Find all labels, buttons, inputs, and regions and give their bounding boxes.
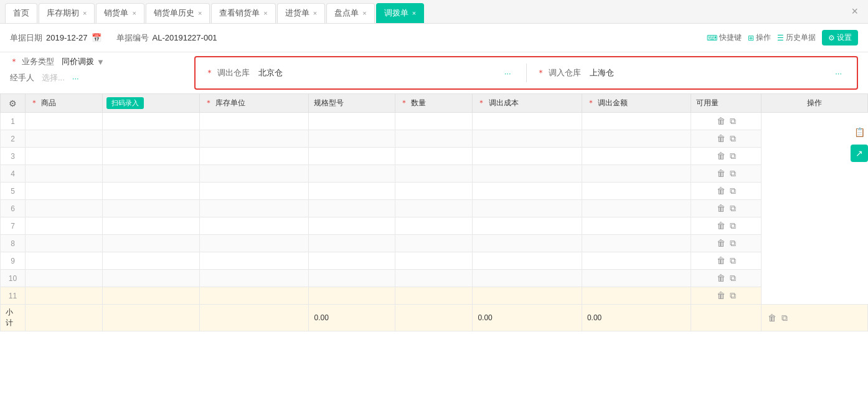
delete-icon-4[interactable]: 🗑: [717, 168, 725, 178]
biz-dropdown-icon: ▼: [97, 57, 105, 67]
tab-close-inventory-init[interactable]: ×: [83, 9, 87, 17]
col-unit-label: 库存单位: [215, 98, 245, 107]
tab-close-purchase-order[interactable]: ×: [313, 9, 317, 17]
handler-label: 经手人: [10, 72, 34, 83]
copy-icon-8[interactable]: ⧉: [730, 238, 736, 248]
history-btn[interactable]: ☰ 历史单据: [777, 32, 816, 43]
copy-icon-3[interactable]: ⧉: [730, 151, 736, 161]
product-cell-11[interactable]: [26, 287, 103, 305]
delete-icon-10[interactable]: 🗑: [717, 273, 725, 283]
sidebar-expand-icon[interactable]: ↗: [851, 145, 868, 162]
delete-icon-3[interactable]: 🗑: [717, 151, 725, 161]
in-warehouse-dots[interactable]: ···: [830, 69, 847, 78]
spec-cell-7: [199, 217, 309, 235]
delete-icon-8[interactable]: 🗑: [717, 238, 725, 248]
qty-cell-7: [309, 217, 395, 235]
history-label: 历史单据: [786, 32, 816, 43]
sidebar-doc-icon[interactable]: 📋: [852, 125, 867, 140]
subtotal-qty: 0.00: [309, 305, 395, 331]
cost-cell-11: [395, 287, 473, 305]
delete-icon-7[interactable]: 🗑: [717, 221, 725, 231]
tab-sales-history[interactable]: 销货单历史 ×: [146, 3, 210, 23]
product-cell-3[interactable]: [26, 148, 103, 165]
shortcuts-btn[interactable]: ⌨ 快捷键: [707, 32, 742, 43]
calendar-icon[interactable]: 📅: [92, 33, 101, 42]
copy-icon-10[interactable]: ⧉: [730, 273, 736, 283]
copy-icon-7[interactable]: ⧉: [730, 221, 736, 231]
unit-cell-11: [103, 287, 200, 305]
tab-inventory-check[interactable]: 盘点单 ×: [326, 3, 374, 23]
handler-dots[interactable]: ···: [72, 74, 79, 83]
tab-home[interactable]: 首页: [5, 3, 37, 23]
qty-cell-4: [309, 165, 395, 183]
product-cell-4[interactable]: [26, 165, 103, 183]
delete-icon-9[interactable]: 🗑: [717, 255, 725, 265]
product-cell-6[interactable]: [26, 200, 103, 217]
product-cell-1[interactable]: [26, 113, 103, 130]
delete-icon-1[interactable]: 🗑: [717, 116, 725, 126]
col-qty-req: ＊: [400, 98, 408, 107]
shortcuts-label: 快捷键: [719, 32, 742, 43]
subtotal-copy-icon[interactable]: ⧉: [781, 313, 788, 323]
table-settings-icon[interactable]: ⚙: [9, 98, 17, 108]
tab-transfer-order[interactable]: 调拨单 ×: [376, 3, 424, 23]
handler-select[interactable]: 选择...: [42, 72, 65, 83]
delete-icon-5[interactable]: 🗑: [717, 186, 725, 196]
tab-close-sales-order[interactable]: ×: [132, 9, 136, 17]
table-row: 9 🗑 ⧉: [1, 252, 868, 270]
cost-cell-5: [395, 183, 473, 200]
table-row: 2 🗑 ⧉: [1, 130, 868, 148]
tab-sales-order[interactable]: 销货单 ×: [96, 3, 144, 23]
tab-purchase-order[interactable]: 进货单 ×: [277, 3, 325, 23]
product-cell-2[interactable]: [26, 130, 103, 148]
scan-button[interactable]: 扫码录入: [106, 97, 144, 109]
copy-icon-2[interactable]: ⧉: [730, 133, 736, 143]
in-warehouse-label: 调入仓库: [549, 67, 581, 79]
tab-close-inventory-check[interactable]: ×: [362, 9, 366, 17]
copy-icon-11[interactable]: ⧉: [730, 290, 736, 300]
copy-icon-6[interactable]: ⧉: [730, 203, 736, 213]
table-row: 8 🗑 ⧉: [1, 235, 868, 252]
tab-close-transfer-order[interactable]: ×: [412, 9, 416, 17]
copy-icon-9[interactable]: ⧉: [730, 255, 736, 265]
spec-cell-5: [199, 183, 309, 200]
spec-cell-8: [199, 235, 309, 252]
available-cell-3: [582, 148, 691, 165]
tab-close-view-sales[interactable]: ×: [263, 9, 267, 17]
col-amount: ＊ 调出金额: [582, 94, 691, 113]
product-cell-10[interactable]: [26, 270, 103, 287]
delete-icon-2[interactable]: 🗑: [717, 133, 725, 143]
col-spec: 规格型号: [309, 94, 395, 113]
product-cell-8[interactable]: [26, 235, 103, 252]
subtotal-delete-icon[interactable]: 🗑: [768, 313, 776, 323]
qty-cell-3: [309, 148, 395, 165]
available-cell-7: [582, 217, 691, 235]
ops-cell-8: 🗑 ⧉: [691, 235, 762, 252]
amount-cell-10: [473, 270, 582, 287]
tab-inventory-init[interactable]: 库存期初 ×: [39, 3, 95, 23]
delete-icon-6[interactable]: 🗑: [717, 203, 725, 213]
biz-select[interactable]: 同价调拨 ▼: [62, 56, 105, 67]
col-cost-label: 调出成本: [489, 98, 519, 107]
tab-view-sales[interactable]: 查看销货单 ×: [211, 3, 275, 23]
tab-close-sales-history[interactable]: ×: [198, 9, 202, 17]
copy-icon-4[interactable]: ⧉: [730, 168, 736, 178]
copy-icon-1[interactable]: ⧉: [730, 116, 736, 126]
product-cell-9[interactable]: [26, 252, 103, 270]
product-cell-5[interactable]: [26, 183, 103, 200]
col-unit: ＊ 库存单位: [199, 94, 309, 113]
doc-date-label: 单据日期: [10, 32, 42, 44]
unit-cell-10: [103, 270, 200, 287]
available-cell-1: [582, 113, 691, 130]
amount-cell-2: [473, 130, 582, 148]
biz-value: 同价调拨: [62, 56, 94, 67]
delete-icon-11[interactable]: 🗑: [717, 290, 725, 300]
out-warehouse-dots[interactable]: ···: [499, 69, 516, 78]
product-cell-7[interactable]: [26, 217, 103, 235]
copy-icon-5[interactable]: ⧉: [730, 186, 736, 196]
amount-cell-4: [473, 165, 582, 183]
doc-no-label: 单据编号: [116, 32, 149, 44]
unit-cell-2: [103, 130, 200, 148]
operations-btn[interactable]: ⊞ 操作: [748, 32, 771, 43]
shortcuts-icon: ⌨: [707, 34, 717, 42]
